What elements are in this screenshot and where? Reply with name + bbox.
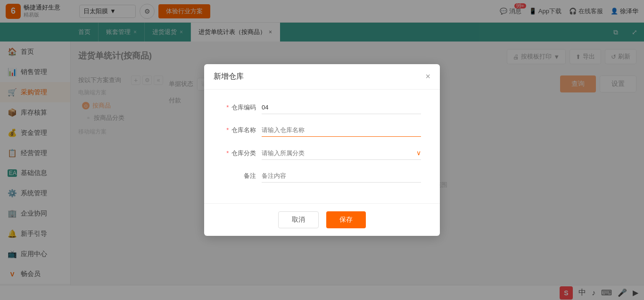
save-button[interactable]: 保存	[326, 211, 366, 228]
warehouse-code-input[interactable]	[262, 101, 421, 114]
category-dropdown-icon: ∨	[416, 149, 421, 157]
warehouse-category-label: * 仓库分类	[223, 149, 256, 158]
warehouse-category-select[interactable]: ∨	[262, 146, 421, 160]
warehouse-code-row: * 仓库编码	[223, 101, 421, 114]
warehouse-code-label: * 仓库编码	[223, 103, 256, 112]
modal-close-button[interactable]: ×	[425, 72, 430, 82]
cancel-button[interactable]: 取消	[278, 211, 319, 228]
modal-footer: 取消 保存	[204, 203, 440, 236]
warehouse-category-row: * 仓库分类 ∨	[223, 146, 421, 160]
warehouse-category-input[interactable]	[262, 150, 416, 157]
modal-header: 新增仓库 ×	[204, 64, 440, 90]
warehouse-note-input[interactable]	[262, 169, 421, 183]
modal-title: 新增仓库	[214, 72, 244, 82]
new-warehouse-modal: 新增仓库 × * 仓库编码 * 仓库名称	[204, 64, 440, 236]
warehouse-name-row: * 仓库名称	[223, 124, 421, 137]
modal-body: * 仓库编码 * 仓库名称 * 仓库分类	[204, 90, 440, 203]
warehouse-name-input[interactable]	[262, 124, 421, 137]
warehouse-note-row: 备注	[223, 169, 421, 183]
warehouse-name-label: * 仓库名称	[223, 126, 256, 134]
warehouse-note-label: 备注	[223, 172, 256, 180]
modal-overlay: 新增仓库 × * 仓库编码 * 仓库名称	[0, 0, 644, 300]
